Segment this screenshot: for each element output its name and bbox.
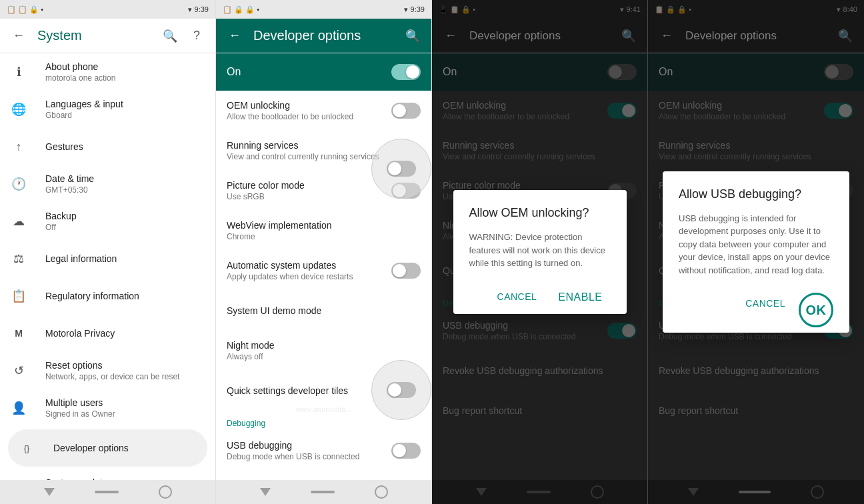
night-mode-label-mid: Night mode <box>227 340 421 351</box>
back-nav-mid[interactable] <box>260 488 271 496</box>
settings-picture-color-mid[interactable]: Picture color mode Use sRGB <box>216 171 431 211</box>
recents-nav-left[interactable] <box>159 485 172 499</box>
sidebar-item-gestures[interactable]: ↑ Gestures <box>0 128 215 165</box>
usb-ok-button[interactable]: OK <box>799 293 833 327</box>
sidebar-item-backup[interactable]: ☁ Backup Off <box>0 203 215 240</box>
system-title: System <box>37 28 151 43</box>
nav-bar-left <box>0 480 215 504</box>
settings-usb-debug-mid[interactable]: USB debugging Debug mode when USB is con… <box>216 431 431 471</box>
languages-label: Languages & input <box>45 99 205 109</box>
developer-label: Developer options <box>53 443 197 453</box>
backup-sublabel: Off <box>45 223 205 232</box>
usb-dialog-overlay: Allow USB debugging? USB debugging is in… <box>648 0 864 504</box>
usb-debug-label-mid: USB debugging <box>227 440 391 451</box>
oem-sublabel-mid: Allow the bootloader to be unlocked <box>227 112 391 121</box>
sidebar-item-legal[interactable]: ⚖ Legal information <box>0 240 215 277</box>
settings-webview-mid[interactable]: WebView implementation Chrome <box>216 211 431 251</box>
languages-icon: 🌐 <box>11 101 27 117</box>
gestures-icon: ↑ <box>11 139 27 155</box>
settings-oem-unlocking-mid[interactable]: OEM unlocking Allow the bootloader to be… <box>216 91 431 131</box>
oem-dialog-overlay: Allow OEM unlocking? WARNING: Device pro… <box>432 0 647 504</box>
developer-icon: {} <box>19 440 35 456</box>
oem-enable-button[interactable]: Enable <box>550 286 610 309</box>
app-bar-mid: ← Developer options 🔍 <box>216 19 431 53</box>
night-mode-sublabel-mid: Always off <box>227 352 421 361</box>
users-sublabel: Signed in as Owner <box>45 409 205 419</box>
mid-notif-icons: 📋 🔒 🔒 • <box>223 5 259 14</box>
about-sublabel: motorola one action <box>45 73 205 83</box>
back-nav-left[interactable] <box>44 488 55 496</box>
time-left: 9:39 <box>195 5 209 13</box>
sidebar-item-updates[interactable]: 📱 System updates Updated to Android 9 <box>0 469 215 480</box>
home-nav-left[interactable] <box>95 491 119 493</box>
usb-dialog: Allow USB debugging? USB debugging is in… <box>663 171 849 333</box>
on-toggle-mid[interactable] <box>391 64 421 80</box>
oem-dialog-actions: Cancel Enable <box>469 281 611 309</box>
sidebar-item-developer[interactable]: {} Developer options <box>8 429 207 467</box>
recents-nav-mid[interactable] <box>375 485 388 499</box>
sidebar-item-datetime[interactable]: 🕐 Date & time GMT+05:30 <box>0 165 215 203</box>
oem-label-mid: OEM unlocking <box>227 100 391 111</box>
settings-qs-tiles-mid[interactable]: Quick settings developer tiles <box>216 371 431 411</box>
help-button-left[interactable]: ? <box>189 28 205 44</box>
wifi-icon: ▾ <box>188 5 192 14</box>
sidebar-item-reset[interactable]: ↺ Reset options Network, apps, or device… <box>0 352 215 389</box>
motorola-privacy-icon: M <box>11 325 27 341</box>
motorola-privacy-label: Motorola Privacy <box>45 328 205 339</box>
usb-debug-toggle-mid[interactable] <box>391 443 421 459</box>
running-label-mid: Running services <box>227 140 421 151</box>
gestures-label: Gestures <box>45 141 205 152</box>
back-button-mid[interactable]: ← <box>227 28 243 44</box>
developer-title-mid: Developer options <box>253 28 394 43</box>
settings-list-mid: OEM unlocking Allow the bootloader to be… <box>216 91 431 480</box>
backup-label: Backup <box>45 211 205 221</box>
picture-label-mid: Picture color mode <box>227 180 391 191</box>
home-nav-mid[interactable] <box>311 491 335 493</box>
oem-cancel-button[interactable]: Cancel <box>489 286 545 309</box>
developer-panel-mid: 📋 🔒 🔒 • ▾ 9:39 ← Developer options 🔍 On … <box>216 0 432 504</box>
users-icon: 👤 <box>11 400 27 416</box>
oem-dialog-title: Allow OEM unlocking? <box>469 206 611 220</box>
reset-icon: ↺ <box>11 363 27 379</box>
about-icon: ℹ <box>11 64 27 80</box>
settings-auto-updates-mid[interactable]: Automatic system updates Apply updates w… <box>216 251 431 291</box>
system-panel: 📋 📋 🔒 • ▾ 9:39 ← System 🔍 ? ℹ About phon… <box>0 0 216 504</box>
settings-ui-demo-mid[interactable]: System UI demo mode <box>216 291 431 331</box>
datetime-icon: 🕐 <box>11 176 27 192</box>
settings-revoke-mid[interactable]: Revoke USB debugging authorizations <box>216 471 431 480</box>
sidebar-item-users[interactable]: 👤 Multiple users Signed in as Owner <box>0 389 215 427</box>
on-header-mid: On <box>216 53 431 91</box>
settings-running-services-mid[interactable]: Running services View and control curren… <box>216 131 431 171</box>
sidebar-item-about[interactable]: ℹ About phone motorola one action <box>0 53 215 91</box>
settings-night-mode-mid[interactable]: Night mode Always off <box>216 331 431 371</box>
usb-debug-sublabel-mid: Debug mode when USB is connected <box>227 452 391 461</box>
search-button-left[interactable]: 🔍 <box>162 28 178 44</box>
sidebar-item-languages[interactable]: 🌐 Languages & input Gboard <box>0 91 215 128</box>
usb-cancel-button[interactable]: Cancel <box>737 293 793 327</box>
picture-sublabel-mid: Use sRGB <box>227 192 391 201</box>
oem-toggle-mid[interactable] <box>391 103 421 119</box>
usb-dialog-actions: Cancel OK <box>679 287 833 327</box>
running-sublabel-mid: View and control currently running servi… <box>227 152 421 161</box>
auto-updates-toggle-mid[interactable] <box>391 263 421 279</box>
auto-updates-label-mid: Automatic system updates <box>227 260 391 271</box>
search-button-mid[interactable]: 🔍 <box>405 28 421 44</box>
users-label: Multiple users <box>45 397 205 408</box>
languages-sublabel: Gboard <box>45 111 205 120</box>
usb-dialog-body: USB debugging is intended for developmen… <box>679 212 833 277</box>
sidebar-item-motorola-privacy[interactable]: M Motorola Privacy <box>0 315 215 352</box>
developer-panel-right1: 📱 📋 🔒 • ▾ 9:41 ← Developer options 🔍 On … <box>432 0 648 504</box>
back-button-left[interactable]: ← <box>11 28 27 44</box>
qs-tiles-label-mid: Quick settings developer tiles <box>227 385 421 396</box>
status-bar-mid: 📋 🔒 🔒 • ▾ 9:39 <box>216 0 431 19</box>
auto-updates-sublabel-mid: Apply updates when device restarts <box>227 272 391 281</box>
reset-sublabel: Network, apps, or device can be reset <box>45 372 205 381</box>
webview-label-mid: WebView implementation <box>227 220 421 231</box>
left-status-icons: 📋 📋 🔒 • <box>7 5 43 14</box>
nav-bar-mid <box>216 480 431 504</box>
picture-toggle-mid[interactable] <box>391 183 421 199</box>
sidebar-item-regulatory[interactable]: 📋 Regulatory information <box>0 277 215 315</box>
mid-status-icons-left: 📋 🔒 🔒 • <box>223 5 259 14</box>
app-bar-left: ← System 🔍 ? <box>0 19 215 53</box>
usb-dialog-title: Allow USB debugging? <box>679 187 833 201</box>
